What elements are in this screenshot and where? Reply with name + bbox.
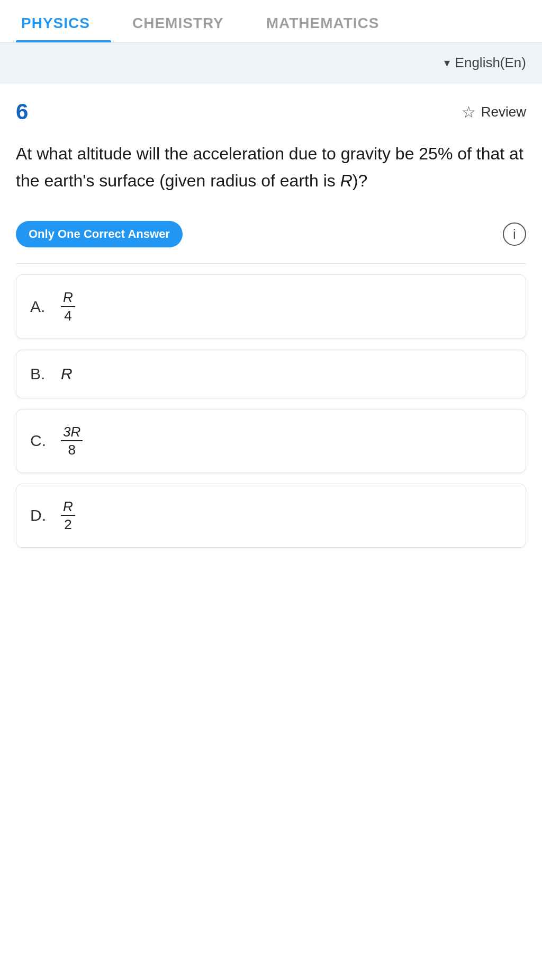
info-symbol: i [513,226,516,243]
option-a[interactable]: A. R 4 [16,274,526,338]
language-bar: ▾ English(En) [0,43,542,83]
fraction-r-over-4: R 4 [61,290,75,323]
chevron-down-icon: ▾ [444,56,450,70]
option-b-letter: B. [30,365,46,383]
option-a-content: R 4 [61,290,75,323]
answer-type-badge: Only One Correct Answer [16,221,183,247]
tab-chemistry[interactable]: CHEMISTRY [127,0,245,42]
fraction-3r-over-8: 3R 8 [61,424,83,458]
option-c[interactable]: C. 3R 8 [16,409,526,473]
option-a-letter: A. [30,298,46,316]
fraction-denominator: 8 [66,441,77,458]
question-number: 6 [16,99,28,124]
fraction-numerator: 3R [61,424,83,442]
review-button[interactable]: ☆ Review [462,103,526,121]
question-text: At what altitude will the acceleration d… [16,140,526,194]
fraction-denominator: 4 [62,307,74,324]
answer-type-row: Only One Correct Answer i [16,221,526,247]
tab-physics[interactable]: PHYSICS [16,0,111,42]
language-selector[interactable]: ▾ English(En) [444,55,526,71]
option-c-letter: C. [30,432,46,450]
language-label: English(En) [455,55,526,71]
option-b[interactable]: B. R [16,350,526,398]
options-container: A. R 4 B. R C. 3R 8 D. [16,274,526,558]
fraction-numerator: R [61,499,75,516]
fraction-r-over-2: R 2 [61,499,75,532]
question-container: 6 ☆ Review At what altitude will the acc… [0,83,542,569]
option-d-letter: D. [30,506,46,524]
option-c-content: 3R 8 [61,424,83,458]
option-b-content: R [61,365,73,383]
star-icon: ☆ [462,103,476,121]
info-icon[interactable]: i [503,222,526,246]
fraction-numerator: R [61,290,75,307]
tab-mathematics[interactable]: MATHEMATICS [261,0,401,42]
tab-navigation: PHYSICS CHEMISTRY MATHEMATICS [0,0,542,43]
separator [16,263,526,264]
question-header: 6 ☆ Review [16,99,526,124]
review-label: Review [481,104,526,120]
fraction-denominator: 2 [62,516,74,532]
option-d[interactable]: D. R 2 [16,484,526,548]
option-d-content: R 2 [61,499,75,532]
